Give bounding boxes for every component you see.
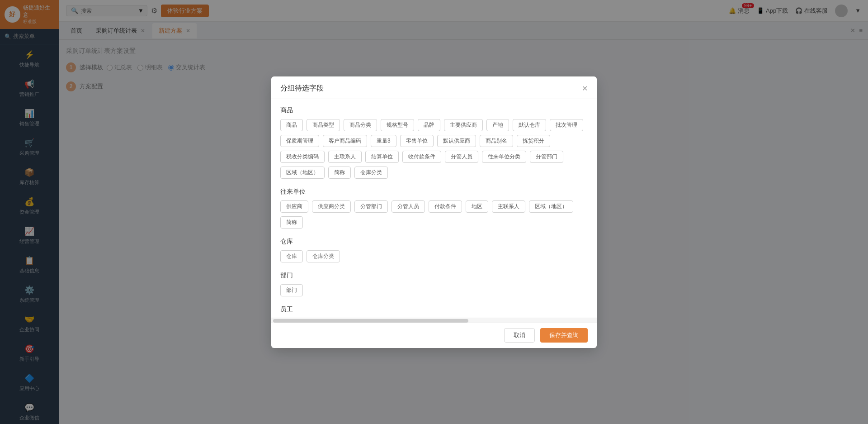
field-tag-partner-3[interactable]: 分管人员	[392, 200, 425, 213]
field-tag-goods-23[interactable]: 区域（地区）	[280, 167, 325, 179]
field-tag-goods-25[interactable]: 仓库分类	[354, 167, 388, 179]
field-tag-goods-3[interactable]: 规格型号	[381, 119, 414, 131]
modal-dialog: 分组待选字段 ✕ 商品商品商品类型商品分类规格型号品牌主要供应商产地默认仓库批次…	[271, 76, 597, 348]
modal-horizontal-scrollbar[interactable]	[271, 318, 597, 322]
field-list-goods: 商品商品类型商品分类规格型号品牌主要供应商产地默认仓库批次管理保质期管理客户商品…	[280, 119, 588, 179]
field-group-title-staff: 员工	[280, 305, 588, 314]
field-tag-goods-11[interactable]: 重量3	[371, 135, 396, 147]
field-tag-partner-6[interactable]: 主联系人	[492, 200, 525, 213]
field-tag-department-0[interactable]: 部门	[280, 284, 303, 296]
field-tag-goods-21[interactable]: 往来单位分类	[482, 151, 526, 163]
modal-body: 商品商品商品类型商品分类规格型号品牌主要供应商产地默认仓库批次管理保质期管理客户…	[271, 99, 597, 318]
field-list-department: 部门	[280, 284, 588, 296]
field-group-title-partner: 往来单位	[280, 188, 588, 196]
scrollbar-thumb[interactable]	[273, 319, 468, 323]
modal-footer: 取消 保存并查询	[271, 322, 597, 348]
field-tag-goods-20[interactable]: 分管人员	[445, 151, 478, 163]
field-tag-goods-24[interactable]: 简称	[328, 167, 351, 179]
field-tag-partner-4[interactable]: 付款条件	[429, 200, 462, 213]
field-group-partner: 往来单位供应商供应商分类分管部门分管人员付款条件地区主联系人区域（地区）简称	[280, 188, 588, 229]
field-tag-goods-9[interactable]: 保质期管理	[280, 135, 319, 147]
field-group-warehouse: 仓库仓库仓库分类	[280, 238, 588, 262]
field-tag-goods-18[interactable]: 结算单位	[365, 151, 399, 163]
field-tag-goods-17[interactable]: 主联系人	[328, 151, 362, 163]
field-tag-goods-0[interactable]: 商品	[280, 119, 303, 131]
field-tag-goods-19[interactable]: 收付款条件	[402, 151, 441, 163]
field-tag-goods-5[interactable]: 主要供应商	[444, 119, 483, 131]
field-group-title-warehouse: 仓库	[280, 238, 588, 246]
field-tag-goods-13[interactable]: 默认供应商	[437, 135, 476, 147]
modal-title: 分组待选字段	[280, 84, 324, 93]
field-tag-goods-1[interactable]: 商品类型	[307, 119, 340, 131]
modal-close-button[interactable]: ✕	[582, 84, 588, 93]
field-tag-goods-2[interactable]: 商品分类	[344, 119, 377, 131]
field-group-title-goods: 商品	[280, 106, 588, 114]
field-tag-goods-8[interactable]: 批次管理	[550, 119, 583, 131]
field-group-title-department: 部门	[280, 272, 588, 280]
field-group-department: 部门部门	[280, 272, 588, 296]
field-list-partner: 供应商供应商分类分管部门分管人员付款条件地区主联系人区域（地区）简称	[280, 200, 588, 229]
field-tag-partner-7[interactable]: 区域（地区）	[529, 200, 573, 213]
save-button[interactable]: 保存并查询	[540, 328, 588, 343]
field-tag-warehouse-1[interactable]: 仓库分类	[307, 250, 340, 262]
field-tag-partner-0[interactable]: 供应商	[280, 200, 308, 213]
field-tag-partner-1[interactable]: 供应商分类	[312, 200, 351, 213]
field-tag-warehouse-0[interactable]: 仓库	[280, 250, 303, 262]
field-tag-goods-16[interactable]: 税收分类编码	[280, 151, 325, 163]
field-tag-partner-2[interactable]: 分管部门	[354, 200, 388, 213]
field-tag-goods-12[interactable]: 零售单位	[400, 135, 434, 147]
modal-overlay: 分组待选字段 ✕ 商品商品商品类型商品分类规格型号品牌主要供应商产地默认仓库批次…	[0, 0, 868, 424]
modal-header: 分组待选字段 ✕	[271, 76, 597, 99]
field-tag-goods-15[interactable]: 拣货积分	[517, 135, 550, 147]
field-tag-goods-14[interactable]: 商品别名	[480, 135, 513, 147]
field-group-staff: 员工业务员	[280, 305, 588, 318]
field-tag-goods-22[interactable]: 分管部门	[530, 151, 563, 163]
cancel-button[interactable]: 取消	[504, 328, 535, 343]
field-tag-goods-10[interactable]: 客户商品编码	[323, 135, 367, 147]
field-tag-goods-7[interactable]: 默认仓库	[513, 119, 546, 131]
field-tag-goods-4[interactable]: 品牌	[418, 119, 440, 131]
field-list-warehouse: 仓库仓库分类	[280, 250, 588, 262]
field-group-goods: 商品商品商品类型商品分类规格型号品牌主要供应商产地默认仓库批次管理保质期管理客户…	[280, 106, 588, 179]
field-tag-partner-8[interactable]: 简称	[280, 216, 303, 229]
field-tag-goods-6[interactable]: 产地	[486, 119, 509, 131]
field-tag-partner-5[interactable]: 地区	[466, 200, 488, 213]
